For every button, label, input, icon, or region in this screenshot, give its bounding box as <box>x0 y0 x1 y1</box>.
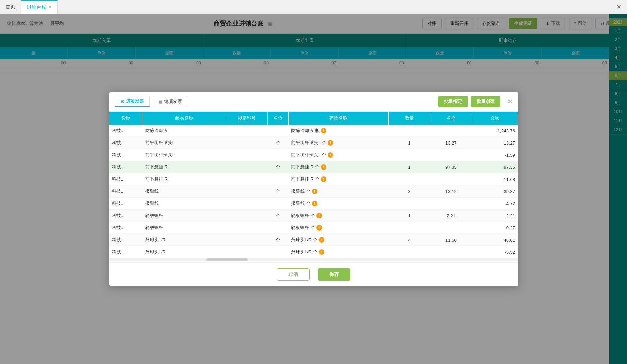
warn-icon: ! <box>321 164 326 170</box>
cell-qty <box>389 198 430 210</box>
cell-unit <box>268 125 288 137</box>
cell-product: 前平衡杆球头L <box>142 137 226 149</box>
cell-spec <box>226 125 267 137</box>
cell-price <box>430 173 472 185</box>
warn-icon: ! <box>312 201 317 206</box>
cell-name: 科技... <box>109 173 142 185</box>
tab-bar: 首页 进销台账 ✕ ✕ <box>0 0 627 14</box>
cell-spec <box>226 173 267 185</box>
cell-price <box>430 246 472 258</box>
cell-unit <box>268 198 288 210</box>
cell-qty: 1 <box>389 161 430 173</box>
cell-name: 科技... <box>109 149 142 161</box>
col-price: 单价 <box>430 112 472 125</box>
col-amount: 金额 <box>472 112 518 125</box>
modal-dialog: ⊙ 进项发票 ▣ 销项发票 批量指定 批量创建 ✕ 名称 <box>109 92 518 286</box>
window-close-button[interactable]: ✕ <box>616 3 621 11</box>
cell-qty: 1 <box>389 137 430 149</box>
cell-price: 97.35 <box>430 161 472 173</box>
cell-name: 科技... <box>109 137 142 149</box>
cell-stock: 外球头L/R 个! <box>288 246 389 258</box>
cell-spec <box>226 161 267 173</box>
cell-spec <box>226 137 267 149</box>
table-row[interactable]: 科技... 外球头L/R 个 外球头L/R 个! 4 11.50 46.01 <box>109 234 518 246</box>
tab-out-invoice[interactable]: ▣ 销项发票 <box>153 96 188 107</box>
cell-stock: 轮毂螺杆 个! <box>288 210 389 222</box>
tab-close-icon[interactable]: ✕ <box>48 5 52 10</box>
cell-product: 轮毂螺杆 <box>142 222 226 234</box>
table-row[interactable]: 科技... 轮毂螺杆 轮毂螺杆 个! -0.27 <box>109 222 518 234</box>
cell-amount: 39.37 <box>472 185 518 198</box>
cell-qty <box>389 246 430 258</box>
modal-header: ⊙ 进项发票 ▣ 销项发票 批量指定 批量创建 ✕ <box>109 92 518 112</box>
modal-close-button[interactable]: ✕ <box>507 98 513 105</box>
col-product: 商品名称 <box>142 112 226 125</box>
cell-unit: 个 <box>268 161 288 173</box>
cell-qty <box>389 149 430 161</box>
warn-icon: ! <box>312 189 317 194</box>
table-row[interactable]: 科技... 前下悬挂 R 个 前下悬挂 R 个! 1 97.35 97.35 <box>109 161 518 173</box>
table-row[interactable]: 科技... 防冻冷却液 防冻冷却液 瓶! -1,243.76 <box>109 125 518 137</box>
cell-unit <box>268 149 288 161</box>
cell-amount: -11.68 <box>472 173 518 185</box>
cell-spec <box>226 234 267 246</box>
cell-name: 科技... <box>109 125 142 137</box>
cell-product: 报警线 <box>142 198 226 210</box>
cell-name: 科技... <box>109 234 142 246</box>
cell-product: 外球头L/R <box>142 246 226 258</box>
cell-stock: 前下悬挂 R 个! <box>288 173 389 185</box>
table-row[interactable]: 科技... 外球头L/R 外球头L/R 个! -5.52 <box>109 246 518 258</box>
out-invoice-icon: ▣ <box>158 99 163 104</box>
table-row[interactable]: 科技... 轮毂螺杆 个 轮毂螺杆 个! 1 2.21 2.21 <box>109 210 518 222</box>
cell-price <box>430 198 472 210</box>
cell-qty: 3 <box>389 185 430 198</box>
scrollbar-thumb[interactable] <box>206 258 248 261</box>
table-row[interactable]: 科技... 报警线 报警线 个! -4.72 <box>109 198 518 210</box>
tab-in-invoice[interactable]: ⊙ 进项发票 <box>115 96 150 107</box>
cancel-button[interactable]: 取消 <box>277 268 310 281</box>
cell-qty <box>389 173 430 185</box>
cell-amount: -1,243.76 <box>472 125 518 137</box>
cell-product: 前平衡杆球头L <box>142 149 226 161</box>
cell-price <box>430 222 472 234</box>
cell-product: 报警线 <box>142 185 226 198</box>
cell-stock: 报警线 个! <box>288 185 389 198</box>
cell-amount: 97.35 <box>472 161 518 173</box>
table-row[interactable]: 科技... 前平衡杆球头L 个 前平衡杆球头L 个! 1 13.27 13.27 <box>109 137 518 149</box>
horizontal-scrollbar[interactable] <box>109 258 518 261</box>
warn-icon: ! <box>328 140 333 146</box>
cell-price <box>430 125 472 137</box>
warn-icon: ! <box>319 237 324 243</box>
table-row[interactable]: 科技... 前下悬挂 R 前下悬挂 R 个! -11.68 <box>109 173 518 185</box>
in-invoice-icon: ⊙ <box>121 99 124 104</box>
cell-amount: -0.27 <box>472 222 518 234</box>
cell-qty <box>389 125 430 137</box>
batch-create-button[interactable]: 批量创建 <box>471 96 500 107</box>
cell-product: 外球头L/R <box>142 234 226 246</box>
cell-unit: 个 <box>268 210 288 222</box>
invoice-table: 名称 商品名称 规格型号 单位 存货名称 数量 单价 金额 科技... 防冻冷却… <box>109 112 518 258</box>
modal-footer: 取消 保存 <box>109 262 518 286</box>
cell-spec <box>226 210 267 222</box>
warn-icon: ! <box>328 152 333 158</box>
cell-stock: 前下悬挂 R 个! <box>288 161 389 173</box>
table-row[interactable]: 科技... 报警线 个 报警线 个! 3 13.12 39.37 <box>109 185 518 198</box>
tab-home[interactable]: 首页 <box>0 0 21 14</box>
cell-amount: 2.21 <box>472 210 518 222</box>
cell-name: 科技... <box>109 185 142 198</box>
col-stock: 存货名称 <box>288 112 389 125</box>
col-spec: 规格型号 <box>226 112 267 125</box>
cell-spec <box>226 246 267 258</box>
table-row[interactable]: 科技... 前平衡杆球头L 前平衡杆球头L 个! -1.59 <box>109 149 518 161</box>
cell-product: 前下悬挂 R <box>142 173 226 185</box>
col-unit: 单位 <box>268 112 288 125</box>
tab-ledger[interactable]: 进销台账 ✕ <box>21 0 58 14</box>
save-button[interactable]: 保存 <box>318 268 350 281</box>
cell-price: 11.50 <box>430 234 472 246</box>
batch-assign-button[interactable]: 批量指定 <box>438 96 468 107</box>
cell-product: 前下悬挂 R <box>142 161 226 173</box>
modal-table-wrapper[interactable]: 名称 商品名称 规格型号 单位 存货名称 数量 单价 金额 科技... 防冻冷却… <box>109 112 518 258</box>
cell-product: 防冻冷却液 <box>142 125 226 137</box>
cell-price: 13.27 <box>430 137 472 149</box>
warn-icon: ! <box>321 176 326 182</box>
